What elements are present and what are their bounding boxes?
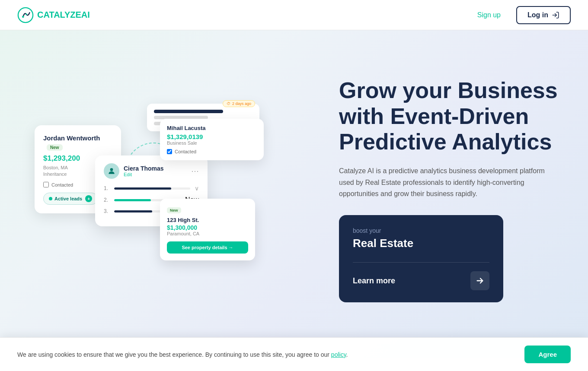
navbar: CATALYZEAI Sign up Log in	[0, 0, 588, 30]
ciera-avatar	[104, 163, 119, 179]
ciera-bar-track-1	[114, 187, 190, 190]
active-leads-dot	[49, 197, 52, 200]
ciera-menu-dots[interactable]: ⋯	[191, 166, 199, 176]
login-icon	[552, 11, 559, 19]
hero-section: Jordan Wentworth New $1,293,200 Boston, …	[0, 30, 588, 358]
property-card: New 123 High St. $1,300,000 Paramount, C…	[160, 199, 255, 260]
ciera-chevron-1: ∨	[195, 185, 199, 192]
mihail-contacted: Contacted	[167, 149, 257, 154]
property-badge: New	[167, 207, 181, 213]
mihail-checkbox-label: Contacted	[175, 149, 196, 154]
agree-button[interactable]: Agree	[524, 346, 571, 363]
signup-button[interactable]: Sign up	[470, 8, 508, 22]
mihail-card: Mihail Lacusta $1,329,0139 Business Sale…	[160, 119, 264, 160]
boost-learn-text: Learn more	[353, 276, 395, 285]
ciera-num-3: 3.	[104, 208, 110, 214]
mihail-amount: $1,329,0139	[167, 133, 257, 140]
property-address: 123 High St.	[167, 217, 248, 223]
nav-actions: Sign up Log in	[470, 6, 571, 24]
ciera-num-2: 2.	[104, 197, 110, 203]
boost-arrow-icon[interactable]	[470, 271, 489, 290]
cookie-text: We are using cookies to ensure that we g…	[17, 351, 348, 358]
notif-timer: ⏱ 2 days ago	[223, 100, 255, 107]
svg-point-2	[26, 13, 27, 15]
hero-right: Grow your Business with Event-Driven Pre…	[322, 78, 571, 303]
logo[interactable]: CATALYZEAI	[17, 7, 90, 23]
jordan-checkbox[interactable]	[43, 182, 49, 187]
see-property-button[interactable]: See property details →	[167, 241, 248, 254]
ciera-header: Ciera Thomas Edit ⋯	[104, 163, 199, 179]
mihail-name: Mihail Lacusta	[167, 125, 257, 131]
property-city: Paramount, CA	[167, 231, 248, 236]
logo-icon	[17, 7, 34, 23]
boost-learn-row: Learn more	[353, 271, 489, 290]
ciera-bar-fill-3	[114, 210, 152, 212]
ciera-bar-fill-1	[114, 187, 171, 190]
logo-text: CATALYZEAI	[37, 10, 90, 20]
notif-line-1	[154, 110, 223, 113]
svg-point-0	[18, 7, 33, 22]
cards-container: Jordan Wentworth New $1,293,200 Boston, …	[17, 99, 259, 281]
boost-card[interactable]: boost your Real Estate Learn more	[339, 215, 503, 302]
hero-title: Grow your Business with Event-Driven Pre…	[339, 78, 571, 155]
ciera-num-1: 1.	[104, 185, 110, 191]
active-leads-badge: Active leads +	[43, 193, 98, 205]
ciera-bar-fill-2	[114, 199, 151, 201]
hero-description: Catalyze AI is a predictive analytics bu…	[339, 165, 546, 200]
jordan-badge: New	[47, 144, 63, 151]
cookie-banner: We are using cookies to ensure that we g…	[0, 337, 588, 371]
mihail-checkbox[interactable]	[167, 149, 172, 154]
login-button[interactable]: Log in	[516, 6, 571, 24]
svg-point-4	[110, 168, 113, 171]
boost-divider	[353, 262, 489, 263]
boost-label: boost your	[353, 227, 489, 234]
jordan-checkbox-label: Contacted	[51, 182, 73, 187]
property-amount: $1,300,000	[167, 224, 248, 231]
ciera-list-item-1: 1. ∨	[104, 185, 199, 192]
boost-title: Real Estate	[353, 237, 489, 250]
hero-left: Jordan Wentworth New $1,293,200 Boston, …	[17, 99, 322, 281]
svg-point-1	[22, 16, 24, 18]
ciera-edit[interactable]: Edit	[124, 172, 164, 177]
mihail-type: Business Sale	[167, 140, 257, 146]
jordan-name: Jordan Wentworth	[43, 134, 100, 143]
ciera-name: Ciera Thomas	[124, 165, 164, 172]
policy-link[interactable]: policy	[331, 351, 346, 358]
